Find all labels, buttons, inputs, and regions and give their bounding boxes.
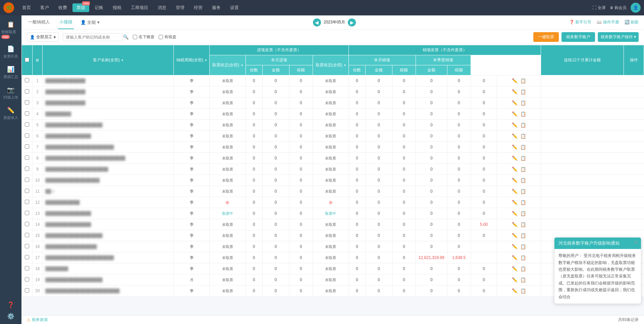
customer-name-cell[interactable]: ████████████████████████	[43, 142, 174, 153]
row-checkbox[interactable]	[22, 98, 33, 109]
help-icon[interactable]: ❓	[7, 301, 14, 309]
row-checkbox[interactable]	[22, 263, 33, 274]
nav-bookkeeping[interactable]: 记账	[91, 3, 107, 12]
tab-all-dropdown[interactable]: 👤 全能 ▾	[80, 19, 100, 25]
row-checkbox[interactable]	[22, 164, 33, 175]
edit-button[interactable]: ✏️	[511, 100, 519, 106]
copy-button[interactable]: 📋	[519, 287, 527, 294]
row-checkbox[interactable]	[22, 75, 33, 86]
copy-button[interactable]: 📋	[519, 254, 527, 261]
customer-name-cell[interactable]: ████████████████	[43, 208, 174, 219]
customer-name-cell[interactable]: ██████████████	[43, 75, 174, 86]
sidebar-item-scan-upload[interactable]: 📷 扫描上传	[0, 83, 21, 103]
customer-name-cell[interactable]: ████████████████████████	[43, 252, 174, 263]
customer-name-cell[interactable]: ██████████████	[43, 86, 174, 98]
customer-name-cell[interactable]: ████████████████████	[43, 120, 174, 131]
customer-name-cell[interactable]: ██████████████	[43, 98, 174, 109]
row-checkbox[interactable]	[22, 175, 33, 186]
customer-name-cell[interactable]: ███████████████████	[43, 175, 174, 186]
copy-button[interactable]: 📋	[519, 88, 527, 95]
row-checkbox[interactable]	[22, 186, 33, 197]
copy-button[interactable]: 📋	[519, 111, 527, 117]
row-checkbox[interactable]	[22, 274, 33, 285]
nav-tax[interactable]: 报税	[109, 3, 125, 12]
prev-month-button[interactable]: ◀	[313, 18, 321, 26]
copy-button[interactable]: 📋	[519, 210, 527, 217]
nav-customer[interactable]: 客户	[36, 3, 53, 12]
has-tax-disk-checkbox[interactable]: 有税盘	[159, 34, 176, 40]
nav-billing[interactable]: 收费	[54, 3, 71, 12]
row-checkbox[interactable]	[22, 208, 33, 219]
copy-button[interactable]: 📋	[519, 144, 527, 150]
nav-message[interactable]: 消息	[154, 3, 170, 12]
refresh-link[interactable]: 🔄 刷新	[625, 19, 639, 25]
nav-settings[interactable]: 设置	[226, 3, 243, 12]
edit-button[interactable]: ✏️	[511, 210, 519, 217]
sidebar-item-invoice-entry[interactable]: ✏️ 票据录入	[0, 104, 21, 123]
row-checkbox[interactable]	[22, 142, 33, 153]
edit-button[interactable]: ✏️	[511, 287, 519, 294]
copy-button[interactable]: 📋	[519, 177, 527, 184]
sidebar-item-invoice-summary[interactable]: 📊 票据汇总	[0, 63, 21, 82]
member-icon[interactable]: ♛ 购会员	[610, 5, 627, 11]
customer-name-cell[interactable]: ██ e	[43, 186, 174, 197]
employee-select[interactable]: 👤 全部员工 ▾	[27, 33, 59, 42]
tab-general-taxpayer[interactable]: 一般纳税人	[27, 16, 51, 29]
next-month-button[interactable]: ▶	[348, 18, 356, 26]
sidebar-item-invoice-open[interactable]: 📄 发票开具	[0, 43, 21, 62]
edit-button[interactable]: ✏️	[511, 254, 519, 261]
nav-invoice[interactable]: 票据 new	[72, 3, 89, 12]
row-checkbox[interactable]	[22, 252, 33, 263]
digital-account-button[interactable]: 税务数字账户	[561, 32, 595, 42]
row-checkbox[interactable]	[22, 197, 33, 208]
edit-button[interactable]: ✏️	[511, 77, 519, 84]
nav-home[interactable]: 首页	[18, 3, 35, 12]
edit-button[interactable]: ✏️	[511, 243, 519, 250]
tab-small-scale[interactable]: 小规模	[58, 16, 74, 29]
copy-button[interactable]: 📋	[519, 166, 527, 173]
row-checkbox[interactable]	[22, 86, 33, 98]
edit-button[interactable]: ✏️	[511, 199, 519, 206]
edit-button[interactable]: ✏️	[511, 276, 519, 283]
search-input[interactable]	[63, 33, 123, 41]
edit-button[interactable]: ✏️	[511, 144, 519, 150]
avatar[interactable]: 👤	[631, 3, 641, 13]
settings-icon[interactable]: ⚙️	[7, 313, 14, 320]
customer-name-cell[interactable]: ██████████████████	[43, 241, 174, 252]
row-checkbox[interactable]	[22, 153, 33, 164]
copy-button[interactable]: 📋	[519, 77, 527, 84]
customer-name-cell[interactable]: ████████████████	[43, 219, 174, 230]
edit-button[interactable]: ✏️	[511, 166, 519, 173]
customer-name-cell[interactable]: ████████	[43, 263, 174, 274]
nav-service[interactable]: 服务	[208, 3, 225, 12]
edit-button[interactable]: ✏️	[511, 265, 519, 272]
copy-button[interactable]: 📋	[519, 232, 527, 239]
quick-tax-button[interactable]: 一键取票	[533, 32, 559, 42]
copy-button[interactable]: 📋	[519, 276, 527, 283]
edit-button[interactable]: ✏️	[511, 188, 519, 195]
sidebar-item-smart-invoice[interactable]: 📋 智能取票 new	[0, 18, 21, 41]
tax-policy-link[interactable]: 税务政策	[32, 317, 48, 323]
customer-name-cell[interactable]: ██████████████████████████	[43, 285, 174, 297]
copy-button[interactable]: 📋	[519, 199, 527, 206]
row-checkbox[interactable]	[22, 120, 33, 131]
customer-name-cell[interactable]: ████████████████████████████	[43, 153, 174, 164]
select-all-checkbox[interactable]	[25, 58, 29, 62]
edit-button[interactable]: ✏️	[511, 221, 519, 228]
copy-button[interactable]: 📋	[519, 243, 527, 250]
row-checkbox[interactable]	[22, 285, 33, 297]
edit-button[interactable]: ✏️	[511, 133, 519, 139]
search-button[interactable]: 🔍	[123, 35, 129, 40]
edit-button[interactable]: ✏️	[511, 232, 519, 239]
copy-button[interactable]: 📋	[519, 155, 527, 161]
manual-link[interactable]: 📖 操作手册	[597, 19, 619, 25]
edit-button[interactable]: ✏️	[511, 111, 519, 117]
customer-name-cell[interactable]: ████████████	[43, 197, 174, 208]
new-guide-link[interactable]: ❓ 新手引导	[569, 19, 591, 25]
customer-name-cell[interactable]: ██████████████████████	[43, 164, 174, 175]
nav-operation[interactable]: 经营	[190, 3, 207, 12]
row-checkbox[interactable]	[22, 230, 33, 241]
customer-name-cell[interactable]: █████████	[43, 109, 174, 120]
row-checkbox[interactable]	[22, 109, 33, 120]
nav-business[interactable]: 工商项目	[127, 3, 152, 12]
